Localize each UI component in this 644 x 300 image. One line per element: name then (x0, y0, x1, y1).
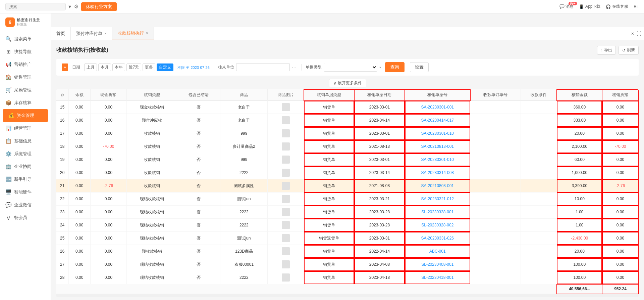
sidebar-label-operation: 经营管理 (14, 125, 32, 131)
cell-writeoff-bill-no[interactable]: SA-20230301-010 (405, 153, 470, 166)
sidebar-item-basic[interactable]: 📋 基础信息 (0, 135, 51, 147)
cell-writeoff-type: 现结收款核销 (126, 206, 177, 219)
bill-type-select[interactable] (324, 63, 377, 72)
cell-writeoff-date: 2023-04-18 (354, 271, 405, 284)
message-icon[interactable]: 💬 消息 99+ (559, 4, 574, 9)
filter-expand-btn[interactable]: » (62, 63, 68, 71)
tab-receipt[interactable]: 收款核销执行 × (112, 27, 154, 40)
sidebar-item-marketing[interactable]: 📢 营销推广 (0, 58, 51, 71)
cell-receipt-condition (521, 114, 557, 127)
sidebar-item-corp[interactable]: 🏢 企业协同 (0, 160, 51, 173)
cell-writeoff-bill-no[interactable]: SA-20230301-010 (405, 127, 470, 140)
refresh-btn[interactable]: ↺ 刷新 (619, 46, 639, 55)
cell-writeoff-bill-no[interactable]: SA-20230321-012 (405, 192, 470, 206)
client-input[interactable] (236, 63, 290, 71)
cell-include-settled: 否 (177, 219, 220, 232)
cell-writeoff-discount: 0.00 (602, 271, 638, 284)
sidebar-item-search[interactable]: 🔍 搜索菜单 (0, 33, 51, 45)
logo-text: 畅捷通·好生意 (17, 17, 40, 22)
export-icon: ↑ (601, 48, 603, 53)
search-input[interactable] (5, 3, 66, 10)
export-btn[interactable]: ↑ 导出 (597, 46, 616, 55)
date-btn-7days[interactable]: 近7天 (126, 63, 142, 71)
table-row: 21 0.00 -2.76 收款核销 否 测试多属性 销货单 2021-08-0… (56, 179, 639, 192)
expand-more-btn[interactable]: ∨ 展开更多条件 (329, 79, 366, 87)
operation-icon: 📊 (5, 125, 11, 131)
table-row: 18 0.00 -70.00 收款核销 否 多计量商品2 销货单 2021-08… (56, 140, 639, 153)
close-tab-action-btn[interactable]: × (631, 31, 634, 36)
date-btn-last-month[interactable]: 上月 (84, 63, 97, 71)
cell-writeoff-bill-no[interactable]: SL-20230408-001 (405, 258, 470, 271)
close-tab-receipt-icon[interactable]: × (146, 31, 148, 36)
date-btn-this-year[interactable]: 本年 (112, 63, 125, 71)
online-service-link[interactable]: 🎧 在线客服 (606, 4, 628, 9)
cell-writeoff-date: 2023-03-01 (354, 153, 405, 166)
col-writeoff-amount-header: 核销金额 (557, 89, 602, 101)
table-row: 15 0.00 0.00 现金收款核销 否 老白干 销货单 2023-03-01… (56, 101, 639, 114)
sidebar-item-operation[interactable]: 📊 经营管理 (0, 122, 51, 135)
chevron-down-icon-2: ▾ (379, 66, 381, 69)
cell-writeoff-bill-no[interactable]: SL-20230418-001 (405, 271, 470, 284)
cell-writeoff-bill-no[interactable]: ABC-001 (405, 245, 470, 258)
cell-writeoff-bill-no[interactable]: SA-20210808-001 (405, 179, 470, 192)
cell-writeoff-type: 收款核销 (126, 166, 177, 179)
horizontal-scrollbar[interactable] (56, 294, 639, 297)
sidebar-item-hardware[interactable]: 🖥️ 智能硬件 (0, 186, 51, 199)
top-bar-left: ▾ ⚙ 休验行业方案 (5, 2, 555, 11)
cell-writeoff-bill-type: 销货单 (304, 219, 354, 232)
cell-writeoff-discount: 0.00 (602, 206, 638, 219)
tab-prepay[interactable]: 预付冲应付单 × (71, 27, 112, 40)
sidebar-item-sales[interactable]: 🏠 销售管理 (0, 71, 51, 84)
basic-icon: 📋 (5, 138, 11, 144)
cell-cash-discount: 0.00 (90, 166, 126, 179)
cell-writeoff-bill-no[interactable]: SL-20230328-001 (405, 206, 470, 219)
sidebar-item-system[interactable]: ⚙️ 系统管理 (0, 147, 51, 160)
cell-goods: 2222 (220, 271, 268, 284)
table-scroll[interactable]: ⚙ 余额 现金折扣 核销类型 包含已结清 商品 商品图片 核销单据类型 核销单据… (56, 89, 639, 294)
cell-writeoff-bill-no[interactable]: SA-20210813-001 (405, 140, 470, 153)
col-goods-header: 商品 (220, 89, 268, 101)
cell-writeoff-bill-no[interactable]: SA-20230301-001 (405, 101, 470, 114)
gear-icon[interactable]: ⚙ (74, 3, 78, 10)
date-btn-this-month[interactable]: 本月 (98, 63, 111, 71)
close-tab-prepay-icon[interactable]: × (104, 31, 107, 36)
cell-goods: 测试jun (220, 192, 268, 206)
sidebar-label-finance: 资金管理 (17, 113, 34, 119)
cell-writeoff-amount: 10.00 (557, 192, 602, 206)
app-download-link[interactable]: 📱 App下载 (579, 4, 600, 9)
cell-writeoff-date: 2023-03-21 (354, 192, 405, 206)
cell-writeoff-bill-no[interactable]: SA-20230331-026 (405, 232, 470, 245)
cell-cash-discount: 0.00 (90, 127, 126, 140)
industry-btn[interactable]: 休验行业方案 (81, 2, 117, 11)
sidebar-item-wechat[interactable]: 💬 企业微信 (0, 199, 51, 211)
sidebar-item-inventory[interactable]: 📦 库存核算 (0, 96, 51, 109)
cell-receipt-order-no (470, 245, 521, 258)
query-btn[interactable]: 查询 (385, 62, 405, 72)
setting-btn[interactable]: 设置 (410, 62, 429, 72)
cell-writeoff-bill-no[interactable]: SA-20230414-017 (405, 114, 470, 127)
footer-writeoff-amount: 40,556,66... (557, 284, 602, 294)
cell-balance: 0.00 (68, 140, 90, 153)
cell-no: 15 (56, 101, 68, 114)
cell-writeoff-discount: 0.00 (602, 192, 638, 206)
cell-writeoff-bill-no[interactable]: SA-20230314-008 (405, 166, 470, 179)
cell-include-settled: 否 (177, 101, 220, 114)
col-settings-header[interactable]: ⚙ (56, 89, 68, 101)
sidebar-item-shortcut[interactable]: ⊞ 快捷导航 (0, 45, 51, 58)
fullscreen-tab-action-btn[interactable]: ⛶ (637, 31, 641, 36)
sidebar-item-member[interactable]: V 畅会员 (0, 211, 51, 224)
cell-writeoff-bill-no[interactable]: SL-20230328-002 (405, 219, 470, 232)
sidebar-item-guide[interactable]: 🆕 新手引导 (0, 173, 51, 186)
cell-cash-discount: 0.00 (90, 192, 126, 206)
sidebar-label-corp: 企业协同 (14, 164, 32, 170)
cell-writeoff-type: 现结收款核销 (126, 271, 177, 284)
cell-no: 27 (56, 258, 68, 271)
tab-home[interactable]: 首页 (51, 27, 71, 40)
sidebar-item-purchase[interactable]: 🛒 采购管理 (0, 84, 51, 96)
date-btn-custom[interactable]: 自定义 (157, 63, 173, 71)
sidebar-item-finance[interactable]: 💰 资金管理 (3, 109, 48, 122)
chevron-down-icon[interactable]: ▾ (68, 3, 71, 10)
date-btn-more[interactable]: 更多 (143, 63, 155, 71)
content-area: 收款核销执行(按收款) ↑ 导出 ↺ 刷新 » 日期 上月 本月 (51, 40, 644, 300)
cell-cash-discount: -2.76 (90, 179, 126, 192)
